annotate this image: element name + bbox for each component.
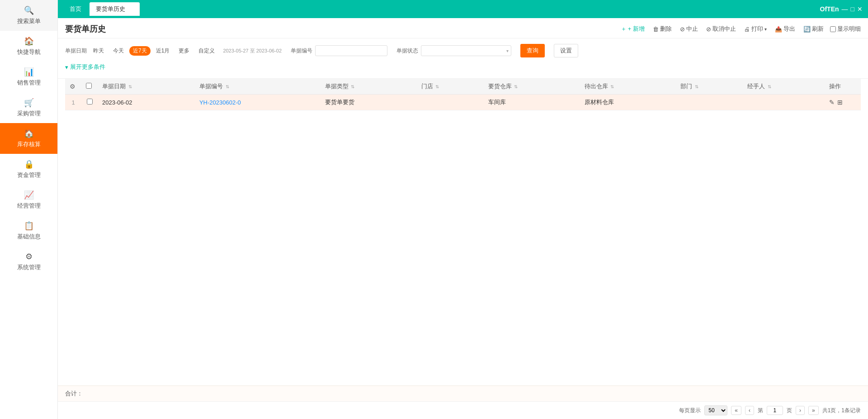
today-shortcut[interactable]: 今天 [109,46,127,56]
sort-department-icon[interactable]: ⇅ [695,84,698,89]
sidebar-item-basicinfo[interactable]: 📋 基础信息 [0,215,57,246]
col-bill-type: 单据类型 ⇅ [321,79,417,95]
table-container: ⚙ 单据日期 ⇅ 单据编号 ⇅ [58,79,868,386]
col-department: 部门 ⇅ [676,79,743,95]
window-maximize-icon[interactable]: □ [851,5,854,13]
col-settings: ⚙ [65,79,81,95]
prev-page-button[interactable]: ‹ [745,406,754,415]
sidebar-item-label: 快捷导航 [17,48,41,56]
sort-handler-icon[interactable]: ⇅ [768,84,771,89]
print-icon: 🖨 [744,26,750,33]
table-footer: 合计： [58,386,868,401]
cancel-stop-button[interactable]: ⊘ 取消中止 [704,24,738,34]
row-pending-warehouse-cell: 原材料仓库 [580,95,676,110]
sidebar-item-search[interactable]: 🔍 搜索菜单 [0,0,57,31]
sidebar-item-label: 采购管理 [17,110,41,118]
sort-bill-type-icon[interactable]: ⇅ [351,84,354,89]
last-page-button[interactable]: » [808,406,819,415]
sidebar-item-label: 经营管理 [17,202,41,210]
col-handler: 经手人 ⇅ [743,79,825,95]
total-pages-info: 共1页，1条记录 [822,407,861,414]
display-detail-checkbox[interactable] [830,26,836,32]
row-edit-icon[interactable]: ✎ [829,99,835,106]
settings-button[interactable]: 设置 [554,44,578,57]
first-page-button[interactable]: « [731,406,741,415]
more-shortcut[interactable]: 更多 [175,46,193,56]
sidebar-item-label: 销售管理 [17,79,41,87]
sidebar-item-finance[interactable]: 🔒 资金管理 [0,154,57,185]
last7days-shortcut[interactable]: 近7天 [129,46,151,56]
toolbar: ＋ + 新增 🗑 删除 ⊘ 中止 ⊘ 取消中止 🖨 打印 [619,24,861,34]
new-button[interactable]: ＋ + 新增 [619,24,646,34]
info-icon: 📋 [24,221,34,231]
inventory-icon: 🏠 [24,129,34,138]
sidebar-item-label: 库存核算 [17,140,41,148]
window-close-icon[interactable]: ✕ [857,5,863,13]
sidebar-item-label: 基础信息 [17,233,41,241]
page-header: 要货单历史 ＋ + 新增 🗑 删除 ⊘ 中止 ⊘ 取消中止 [58,18,868,38]
row-more-icon[interactable]: ⊞ [837,99,843,106]
col-store: 门店 ⇅ [417,79,484,95]
status-input[interactable] [421,45,511,56]
last1month-shortcut[interactable]: 近1月 [152,46,174,56]
sidebar-item-purchase[interactable]: 🛒 采购管理 [0,92,57,123]
status-filter: 单据状态 ▾ [396,45,511,56]
delete-button[interactable]: 🗑 删除 [651,24,674,34]
window-minimize-icon[interactable]: — [842,5,848,13]
sort-date-icon[interactable]: ⇅ [128,84,132,89]
sort-req-warehouse-icon[interactable]: ⇅ [514,84,518,89]
sidebar-item-operations[interactable]: 📈 经营管理 [0,185,57,215]
row-date-cell: 2023-06-02 [98,95,195,110]
stop-button[interactable]: ⊘ 中止 [678,24,700,34]
row-bill-no-cell: YH-20230602-0 [195,95,321,110]
custom-shortcut[interactable]: 自定义 [195,46,218,56]
brand-area: OfTEn — □ ✕ [820,5,863,13]
display-detail-toggle[interactable]: 显示明细 [830,25,861,33]
sidebar-item-quicknav[interactable]: 🏠 快捷导航 [0,31,57,62]
yesterday-shortcut[interactable]: 昨天 [90,46,108,56]
row-checkbox[interactable] [87,99,93,105]
row-bill-type-cell: 要货单要货 [321,95,417,110]
row-operation-cell: ✎ ⊞ [825,95,861,110]
print-dropdown-icon: ▾ [764,27,767,32]
col-req-warehouse: 要货仓库 ⇅ [484,79,580,95]
delete-icon: 🗑 [653,26,659,33]
row-store-cell [417,95,484,110]
pagination: 每页显示 20 50 100 « ‹ 第 页 › » 共1页，1条记录 [58,401,868,419]
home-icon: 🏠 [24,36,34,46]
search-icon: 🔍 [24,5,34,15]
operations-icon: 📈 [24,190,34,200]
col-date: 单据日期 ⇅ [98,79,195,95]
tab-bar: 首页 要货单历史 ✕ [63,2,140,16]
tab-home[interactable]: 首页 [63,2,88,16]
refresh-button[interactable]: 🔄 刷新 [802,24,826,34]
bill-no-input[interactable] [315,45,387,56]
sort-store-icon[interactable]: ⇅ [435,84,439,89]
col-operation: 操作 [825,79,861,95]
print-button[interactable]: 🖨 打印 ▾ [742,24,769,34]
next-page-button[interactable]: › [796,406,805,415]
sort-bill-no-icon[interactable]: ⇅ [226,84,229,89]
data-table: ⚙ 单据日期 ⇅ 单据编号 ⇅ [65,79,861,110]
page-size-select[interactable]: 20 50 100 [704,405,727,415]
row-bill-no-link[interactable]: YH-20230602-0 [199,99,241,106]
sidebar-item-system[interactable]: ⚙ 系统管理 [0,246,57,277]
export-button[interactable]: 📤 导出 [773,24,797,34]
tab-close-icon[interactable]: ✕ [129,6,133,12]
select-all-checkbox[interactable] [86,83,92,89]
sort-pending-warehouse-icon[interactable]: ⇅ [610,84,614,89]
sidebar-item-label: 系统管理 [17,263,41,271]
expand-conditions-button[interactable]: ▾ 展开更多条件 [65,61,861,73]
query-button[interactable]: 查询 [520,44,545,57]
sidebar-item-sales[interactable]: 📊 销售管理 [0,62,57,92]
bill-no-label: 单据编号 [291,47,312,55]
row-checkbox-cell [81,95,98,110]
tab-requisition-history[interactable]: 要货单历史 ✕ [90,2,140,16]
status-label: 单据状态 [396,47,418,55]
page-number-input[interactable] [767,406,783,415]
sidebar-item-label: 资金管理 [17,171,41,179]
refresh-icon: 🔄 [803,26,811,33]
table-settings-icon[interactable]: ⚙ [70,83,75,90]
sidebar-item-inventory[interactable]: 🏠 库存核算 [0,123,57,154]
col-bill-no: 单据编号 ⇅ [195,79,321,95]
